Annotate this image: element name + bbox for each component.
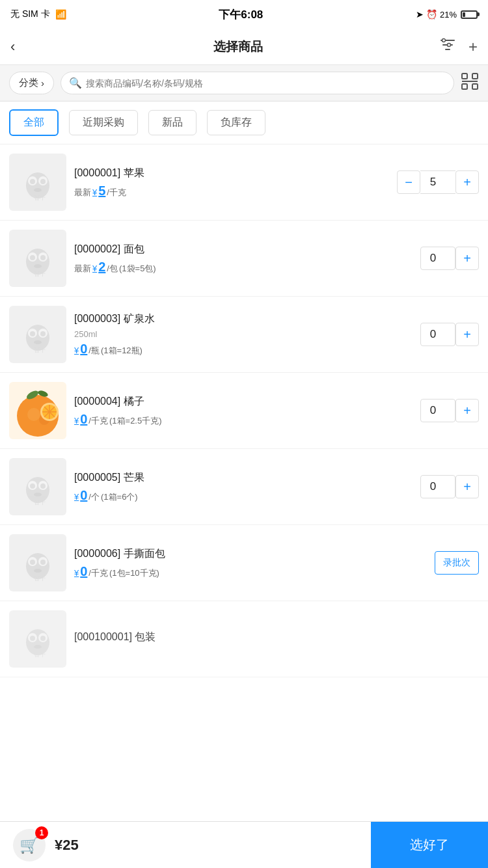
quantity-input-0000004[interactable] [420, 399, 455, 422]
price-amount-6: 0 [80, 564, 87, 579]
tab-negative[interactable]: 负库存 [207, 110, 265, 135]
price-currency-2: ¥ [92, 264, 97, 273]
quantity-plus-0000003[interactable]: + [455, 323, 479, 346]
quantity-plus-0000001[interactable]: + [455, 170, 479, 194]
quantity-plus-0000002[interactable]: + [455, 247, 479, 270]
record-batch-button-0000006[interactable]: 录批次 [435, 551, 479, 575]
price-amount-2: 2 [98, 260, 105, 275]
svg-text:智十: 智十 [34, 499, 46, 506]
svg-text:智十: 智十 [34, 575, 46, 582]
category-button[interactable]: 分类 › [9, 72, 54, 94]
svg-point-59 [30, 636, 35, 641]
cart-icon-wrap[interactable]: 🛒 1 [13, 829, 46, 861]
product-name-0000004: [0000004] 橘子 [74, 395, 413, 409]
svg-point-52 [30, 560, 35, 565]
latest-label: 最新 [74, 187, 91, 198]
tab-recent-label: 近期采购 [83, 116, 124, 128]
quantity-control-0000003: + [420, 323, 479, 346]
tab-all[interactable]: 全部 [9, 109, 59, 136]
product-price-0000005: ¥ 0 /个 (1箱=6个) [74, 488, 413, 503]
svg-text:智十: 智十 [34, 347, 46, 353]
cart-badge: 1 [35, 826, 48, 839]
product-image-0000006: 智十 [9, 534, 66, 591]
location-icon: ➤ [416, 9, 424, 20]
tab-recent[interactable]: 近期采购 [69, 110, 138, 135]
product-image-0000002: 智十 [9, 230, 66, 287]
product-info-0000003: [0000003] 矿泉水 250ml ¥ 0 /瓶 (1箱=12瓶) [74, 312, 413, 357]
quantity-input-0000003[interactable] [420, 323, 455, 346]
svg-point-32 [27, 408, 40, 421]
cart-icon: 🛒 [20, 836, 39, 854]
price-currency: ¥ [92, 187, 97, 197]
quantity-plus-0000005[interactable]: + [455, 475, 479, 498]
scan-button[interactable] [461, 72, 479, 94]
svg-point-13 [30, 179, 35, 184]
product-name-000100001: [000100001] 包装 [74, 631, 479, 644]
product-item-0000001: 智十 [0000001] 苹果 最新 ¥ 5 /千克 − + [0, 144, 488, 221]
product-item-0000005: 智十 [0000005] 芒果 ¥ 0 /个 (1箱=6个) + [0, 449, 488, 525]
product-image-0000001: 智十 [9, 154, 66, 211]
svg-point-29 [34, 340, 42, 344]
search-input[interactable] [86, 78, 446, 88]
price-unit-3: /瓶 [88, 345, 100, 357]
owl-logo: 智十 [15, 159, 61, 205]
cart-total: ¥25 [55, 837, 79, 854]
product-item-0000002: 智十 [0000002] 面包 最新 ¥ 2 /包 (1袋=5包) + [0, 221, 488, 297]
add-icon[interactable]: + [468, 38, 478, 56]
svg-point-60 [40, 636, 46, 641]
svg-point-22 [34, 264, 42, 268]
product-item-000100001: 智十 [000100001] 包装 [0, 601, 488, 677]
quantity-plus-0000004[interactable]: + [455, 399, 479, 422]
svg-text:智十: 智十 [34, 195, 46, 201]
svg-point-53 [40, 560, 46, 565]
category-label: 分类 [19, 77, 38, 89]
tab-row: 全部 近期采购 新品 负库存 [0, 102, 488, 144]
quantity-input-0000005[interactable] [420, 475, 455, 498]
price-unit-2: /包 [107, 263, 118, 275]
product-item-0000006: 智十 [0000006] 手撕面包 ¥ 0 /千克 (1包=10千克) 录批次 [0, 525, 488, 601]
price-currency-5: ¥ [74, 492, 79, 502]
filter-icon[interactable] [440, 38, 455, 55]
wifi-icon: 📶 [55, 9, 66, 20]
svg-text:智十: 智十 [34, 271, 46, 277]
product-name-0000001: [0000001] 苹果 [74, 167, 389, 180]
confirm-button[interactable]: 选好了 [371, 822, 488, 869]
box-info-2: (1袋=5包) [119, 263, 156, 275]
cart-area: 🛒 1 ¥25 [0, 829, 371, 861]
product-price-0000001: 最新 ¥ 5 /千克 [74, 183, 389, 198]
price-currency-6: ¥ [74, 568, 79, 578]
battery-icon [461, 10, 478, 19]
product-info-0000001: [0000001] 苹果 最新 ¥ 5 /千克 [74, 167, 389, 198]
owl-logo-3: 智十 [15, 312, 61, 357]
quantity-input-0000002[interactable] [420, 247, 455, 270]
product-image-0000003: 智十 [9, 306, 66, 363]
price-amount-4: 0 [80, 412, 87, 427]
tab-all-label: 全部 [23, 116, 44, 128]
tab-new[interactable]: 新品 [148, 110, 197, 135]
product-price-0000003: ¥ 0 /瓶 (1箱=12瓶) [74, 342, 413, 357]
quantity-minus-0000001[interactable]: − [397, 170, 420, 194]
product-name-0000006: [0000006] 手撕面包 [74, 547, 427, 561]
quantity-input-0000001[interactable] [420, 170, 455, 194]
quantity-control-0000005: + [420, 475, 479, 498]
owl-logo-2: 智十 [15, 236, 61, 281]
svg-point-21 [40, 255, 46, 260]
page-title: 选择商品 [213, 38, 263, 55]
svg-rect-9 [472, 84, 478, 89]
product-price-0000002: 最新 ¥ 2 /包 (1袋=5包) [74, 260, 413, 275]
search-icon: 🔍 [69, 77, 82, 89]
category-chevron: › [41, 77, 44, 88]
product-price-0000006: ¥ 0 /千克 (1包=10千克) [74, 564, 427, 579]
owl-logo-5: 智十 [15, 464, 61, 509]
svg-point-28 [40, 331, 46, 336]
product-list: 智十 [0000001] 苹果 最新 ¥ 5 /千克 − + [0, 144, 488, 677]
svg-point-3 [442, 39, 445, 42]
latest-label-2: 最新 [74, 263, 91, 275]
search-box: 🔍 [61, 72, 454, 94]
svg-point-27 [30, 331, 35, 336]
product-name-0000002: [0000002] 面包 [74, 243, 413, 256]
svg-point-15 [34, 188, 42, 192]
orange-illustration [9, 382, 66, 439]
back-button[interactable]: ‹ [10, 38, 36, 55]
price-currency-3: ¥ [74, 346, 79, 355]
